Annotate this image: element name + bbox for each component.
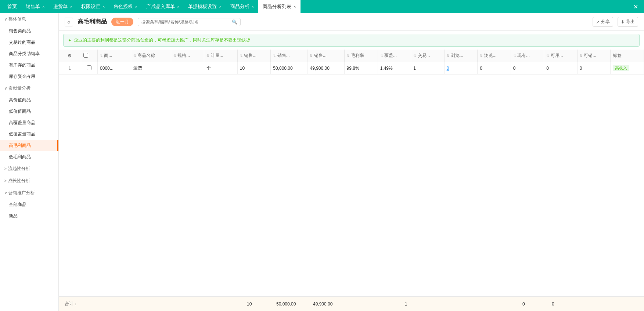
cell-checkbox[interactable] [81,62,97,75]
col-header-sales_qty[interactable]: ⇅ 销售... [237,50,271,62]
sidebar-item-1-1[interactable]: 低价值商品 [0,106,58,117]
collapse-sidebar-button[interactable]: « [65,18,73,26]
footer-cell-8: 49,900.00 [311,301,348,307]
col-header-tag: 标签 [611,50,644,62]
cell-spec [171,62,204,75]
data-table: ⚙⇅ 商...⇅ 商品名称⇅ 规格...⇅ 计量...⇅ 销售...⇅ 销售..… [59,50,644,75]
gear-icon[interactable]: ⚙ [68,53,72,58]
cell-index: 1 [59,62,81,75]
sidebar-item-1-0[interactable]: 高价值商品 [0,94,58,106]
col-header-code[interactable]: ⇅ 商... [98,50,131,62]
search-icon[interactable]: 🔍 [232,19,237,25]
sidebar-item-0-3[interactable]: 有库存的商品 [0,59,58,71]
main-container: ∨ 整体信息销售类商品交易过的商品商品分类助销率有库存的商品库存资金占用∨ 贡献… [0,13,644,311]
arrow-icon: ∨ [4,86,7,90]
sidebar-item-1-5[interactable]: 低毛利商品 [0,151,58,163]
col-header-coverage[interactable]: ⇅ 覆盖... [378,50,411,62]
nav-close-5[interactable]: × [177,4,179,9]
export-icon: ⬇ [621,19,625,25]
nav-item-8[interactable]: 商品分析列表× [258,0,300,13]
arrow-icon: ∨ [4,17,7,21]
col-header-gear: ⚙ [59,50,81,62]
col-header-views2[interactable]: ⇅ 浏览... [478,50,511,62]
select-all-checkbox[interactable] [83,53,88,58]
share-button[interactable]: ↗ 分享 [593,17,613,27]
col-header-sales_profit[interactable]: ⇅ 销售... [307,50,344,62]
sidebar-item-0-2[interactable]: 商品分类助销率 [0,48,58,59]
footer-cell-11: 1 [403,301,432,307]
cell-sales_profit: 49,900.00 [307,62,344,75]
nav-close-2[interactable]: × [70,4,72,9]
export-button[interactable]: ⬇ 导出 [618,17,638,27]
sidebar-item-1-2[interactable]: 高覆盖量商品 [0,117,58,129]
cell-coverage: 1.49% [378,62,411,75]
col-header-name[interactable]: ⇅ 商品名称 [131,50,171,62]
nav-item-7[interactable]: 商品分析× [226,0,258,13]
section-title-label: 流趋性分析 [8,166,30,172]
col-header-transactions[interactable]: ⇅ 交易... [411,50,445,62]
nav-item-5[interactable]: 产成品入库单× [142,0,184,13]
tag-badge: 高收入 [613,65,629,71]
cell-gross_margin: 99.8% [344,62,378,75]
col-header-views1[interactable]: ⇅ 浏览... [444,50,478,62]
section-title-label: 整体信息 [8,16,26,22]
nav-close-1[interactable]: × [42,4,44,9]
sidebar: ∨ 整体信息销售类商品交易过的商品商品分类助销率有库存的商品库存资金占用∨ 贡献… [0,13,59,311]
col-header-sales_amount[interactable]: ⇅ 销售... [271,50,307,62]
cell-current_stock: 0 [511,62,544,75]
nav-item-4[interactable]: 角色授权× [109,0,141,13]
table-row: 10000...运费个1050,000.0049,900.0099.8%1.49… [59,62,644,75]
table-container: ⚙⇅ 商...⇅ 商品名称⇅ 规格...⇅ 计量...⇅ 销售...⇅ 销售..… [59,50,644,311]
page-title: 高毛利商品 [78,18,107,26]
content-area: « 高毛利商品 近一月 🔍 ↗ 分享 ⬇ 导出 ✦ 企业的主要的利润都是这部 [59,13,644,311]
footer-cell-7: 50,000.00 [274,301,311,307]
sidebar-section-0[interactable]: ∨ 整体信息 [0,13,58,25]
share-label: 分享 [601,19,610,25]
filter-button[interactable]: 近一月 [111,18,133,26]
cell-transactions: 1 [411,62,445,75]
nav-close-7[interactable]: × [252,4,254,9]
cell-available_stock: 0 [544,62,578,75]
table-wrapper[interactable]: ⚙⇅ 商...⇅ 商品名称⇅ 规格...⇅ 计量...⇅ 销售...⇅ 销售..… [59,50,644,296]
info-icon: ✦ [68,38,72,43]
footer-cell-16: 0 [550,301,579,307]
col-header-current_stock[interactable]: ⇅ 现有... [511,50,544,62]
sidebar-section-2[interactable]: > 流趋性分析 [0,163,58,175]
row-checkbox[interactable] [87,65,91,70]
nav-close-8[interactable]: × [294,4,296,9]
nav-close-4[interactable]: × [135,4,137,9]
nav-close-6[interactable]: × [219,4,221,9]
sidebar-item-0-0[interactable]: 销售类商品 [0,25,58,37]
sidebar-item-0-4[interactable]: 库存资金占用 [0,71,58,82]
nav-item-2[interactable]: 进货单× [49,0,76,13]
info-text: 企业的主要的利润都是这部分商品创造的，可考虑加大推广，同时关注库存是不要出现缺货 [74,37,250,43]
sidebar-item-1-3[interactable]: 低覆盖量商品 [0,129,58,140]
sidebar-item-0-1[interactable]: 交易过的商品 [0,37,58,48]
cell-name: 运费 [131,62,171,75]
nav-item-3[interactable]: 权限设置× [77,0,109,13]
window-close-button[interactable]: ✕ [630,2,641,12]
cell-views1[interactable]: 0 [444,62,478,75]
col-header-available_stock[interactable]: ⇅ 可用... [544,50,578,62]
cell-unit: 个 [204,62,238,75]
nav-item-6[interactable]: 单据模板设置× [184,0,226,13]
link-value[interactable]: 0 [447,66,449,71]
nav-item-1[interactable]: 销售单× [21,0,49,13]
sidebar-section-4[interactable]: ∨ 营销推广分析 [0,187,58,199]
col-header-sellable_stock[interactable]: ⇅ 可销... [577,50,611,62]
col-header-gross_margin[interactable]: ⇅ 毛利率 [344,50,378,62]
cell-sellable_stock: 0 [577,62,611,75]
sidebar-item-1-4[interactable]: 高毛利商品 [0,140,58,151]
cell-code: 0000... [98,62,131,75]
search-input[interactable] [141,19,230,25]
arrow-icon: > [4,167,7,171]
col-header-spec[interactable]: ⇅ 规格... [171,50,204,62]
sidebar-item-4-0[interactable]: 全部商品 [0,199,58,210]
sidebar-item-4-1[interactable]: 新品 [0,210,58,222]
col-header-unit[interactable]: ⇅ 计量... [204,50,238,62]
top-nav: 首页销售单×进货单×权限设置×角色授权×产成品入库单×单据模板设置×商品分析×商… [0,0,644,13]
sidebar-section-3[interactable]: > 成长性分析 [0,175,58,187]
nav-item-0[interactable]: 首页 [3,0,21,13]
sidebar-section-1[interactable]: ∨ 贡献量分析 [0,82,58,94]
nav-close-3[interactable]: × [102,4,105,9]
